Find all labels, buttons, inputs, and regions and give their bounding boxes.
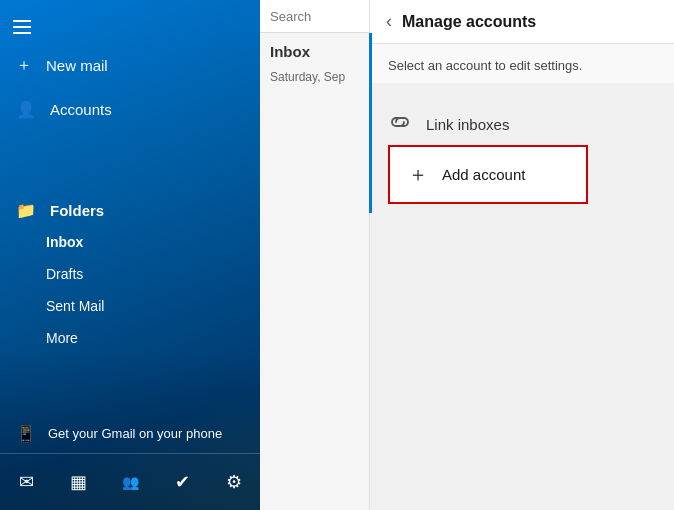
folder-sent-label: Sent Mail bbox=[46, 298, 104, 314]
mail-tab-button[interactable]: ✉ bbox=[6, 462, 46, 502]
phone-promo[interactable]: 📱 Get your Gmail on your phone bbox=[0, 414, 260, 453]
settings-tab-icon: ⚙ bbox=[226, 471, 242, 493]
manage-accounts-subtitle: Select an account to edit settings. bbox=[370, 44, 674, 83]
folders-section: 📁 Folders bbox=[0, 191, 260, 226]
mail-tab-icon: ✉ bbox=[19, 471, 34, 493]
folder-icon: 📁 bbox=[16, 201, 36, 220]
settings-tab-button[interactable]: ⚙ bbox=[214, 462, 254, 502]
manage-accounts-title: Manage accounts bbox=[402, 13, 536, 31]
add-account-label: Add account bbox=[442, 166, 525, 183]
plus-icon: ＋ bbox=[16, 55, 32, 76]
people-tab-icon: 👥 bbox=[122, 474, 139, 490]
add-account-plus-icon: ＋ bbox=[408, 161, 428, 188]
link-inboxes-icon bbox=[388, 111, 412, 137]
calendar-tab-button[interactable]: ▦ bbox=[58, 462, 98, 502]
new-mail-label: New mail bbox=[46, 57, 108, 74]
person-icon: 👤 bbox=[16, 100, 36, 119]
manage-accounts-body: Link inboxes ＋ Add account bbox=[370, 83, 674, 510]
tasks-tab-icon: ✔ bbox=[175, 471, 190, 493]
link-inboxes-label: Link inboxes bbox=[426, 116, 509, 133]
phone-icon: 📱 bbox=[16, 424, 36, 443]
inbox-header: Inbox bbox=[260, 33, 369, 66]
manage-accounts-header: ‹ Manage accounts bbox=[370, 0, 674, 44]
folder-drafts[interactable]: Drafts bbox=[0, 258, 260, 290]
phone-promo-text: Get your Gmail on your phone bbox=[48, 426, 222, 441]
sidebar: ＋ New mail 👤 Accounts 📁 Folders Inbox Dr… bbox=[0, 0, 260, 510]
middle-panel: Inbox Saturday, Sep bbox=[260, 0, 370, 510]
add-account-button[interactable]: ＋ Add account bbox=[388, 145, 588, 204]
folder-drafts-label: Drafts bbox=[46, 266, 83, 282]
search-input[interactable] bbox=[270, 9, 359, 24]
back-button[interactable]: ‹ bbox=[386, 11, 392, 32]
folder-inbox[interactable]: Inbox bbox=[0, 226, 260, 258]
folder-more[interactable]: More bbox=[0, 322, 260, 354]
accent-bar bbox=[369, 33, 372, 213]
bottom-bar: ✉ ▦ 👥 ✔ ⚙ bbox=[0, 453, 260, 510]
link-inboxes-button[interactable]: Link inboxes bbox=[388, 103, 656, 145]
people-tab-button[interactable]: 👥 bbox=[110, 462, 150, 502]
search-bar[interactable] bbox=[260, 0, 369, 33]
hamburger-button[interactable] bbox=[0, 10, 44, 43]
hamburger-icon bbox=[13, 20, 31, 34]
new-mail-button[interactable]: ＋ New mail bbox=[0, 43, 260, 88]
accounts-label: Accounts bbox=[50, 101, 112, 118]
folder-sent[interactable]: Sent Mail bbox=[0, 290, 260, 322]
folder-more-label: More bbox=[46, 330, 78, 346]
accounts-button[interactable]: 👤 Accounts bbox=[0, 88, 260, 131]
tasks-tab-button[interactable]: ✔ bbox=[162, 462, 202, 502]
calendar-tab-icon: ▦ bbox=[70, 471, 87, 493]
right-panel: ‹ Manage accounts Select an account to e… bbox=[370, 0, 674, 510]
date-row: Saturday, Sep bbox=[260, 66, 369, 88]
folder-inbox-label: Inbox bbox=[46, 234, 83, 250]
folders-label: Folders bbox=[50, 202, 104, 219]
